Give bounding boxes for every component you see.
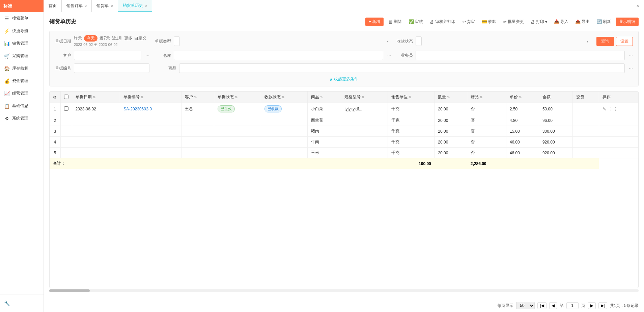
date-1month[interactable]: 近1月	[112, 35, 122, 41]
gift-col-header[interactable]: 赠品⇅	[467, 92, 506, 103]
more-icon[interactable]: ⋮⋮	[609, 106, 618, 112]
docstatus-col-header[interactable]: 单据状态⇅	[214, 92, 261, 103]
collapse-text: 收起更多条件	[334, 76, 358, 82]
prev-page-btn[interactable]: ◀	[549, 302, 557, 309]
goods-input[interactable]	[179, 63, 625, 73]
sales-icon: 📊	[4, 41, 9, 46]
doctype-select[interactable]	[174, 36, 180, 46]
sidebar-bottom-item1[interactable]: 🔧	[0, 297, 44, 309]
docno-col-header[interactable]: 单据编号⇅	[120, 92, 181, 103]
price-col-header[interactable]: 单价⇅	[506, 92, 539, 103]
gear-col-header[interactable]: ⚙	[50, 92, 60, 103]
export-button[interactable]: 📤 导出	[573, 18, 592, 26]
collapse-row[interactable]: ∧ 收起更多条件	[55, 76, 633, 82]
summary-label: 合计：	[50, 158, 72, 169]
page-size-select[interactable]: 50 100	[516, 302, 535, 309]
unit-col-header[interactable]: 销售单位⇅	[388, 92, 435, 103]
sidebar-item-purchase-mgmt[interactable]: 🛒 采购管理	[0, 50, 44, 62]
sidebar: 标准 ☰ 搜索菜单 ⚡ 快捷导航 📊 销售管理 🛒 采购管理 🏠 库存核算 💰 …	[0, 0, 44, 312]
warehouse-dots-btn[interactable]: ···	[387, 53, 391, 58]
refresh-button[interactable]: 🔄 刷新	[594, 18, 613, 26]
sidebar-item-basic-info[interactable]: 📋 基础信息	[0, 100, 44, 112]
qty-col-header[interactable]: 数量⇅	[435, 92, 467, 103]
batch-change-button[interactable]: ✏ 批量变更	[501, 18, 526, 26]
tab-close-all-btn[interactable]: ×	[632, 3, 644, 9]
customer-input[interactable]	[74, 51, 141, 60]
abandon-button[interactable]: ↩ 弃审	[460, 18, 477, 26]
print-button[interactable]: 🖨 打印 ▾	[529, 18, 549, 26]
row-check[interactable]	[60, 115, 72, 126]
row-check[interactable]	[60, 148, 72, 158]
tab-sales-goods[interactable]: 销货单 ×	[92, 0, 118, 12]
date-7days[interactable]: 近7天	[100, 35, 110, 41]
edit-icon[interactable]: ✎	[603, 106, 607, 112]
customer-col-header[interactable]: 客户⇅	[181, 92, 214, 103]
salesperson-dots-btn[interactable]: ···	[629, 53, 633, 58]
purchase-icon: 🛒	[4, 53, 9, 59]
last-page-btn[interactable]: ▶|	[598, 302, 607, 309]
collect-status-select[interactable]	[416, 36, 422, 46]
horizontal-scrollbar[interactable]	[49, 289, 639, 292]
warehouse-input[interactable]	[174, 51, 383, 60]
row-qty: 20.00	[435, 137, 467, 148]
docno-link[interactable]: SA-20230602-0	[123, 107, 152, 111]
row-amount: 920.00	[539, 148, 572, 158]
customer-label: 客户	[55, 53, 71, 58]
tab-sales-order[interactable]: 销售订单 ×	[62, 0, 92, 12]
row-docno[interactable]	[120, 148, 181, 158]
row-docno[interactable]	[120, 115, 181, 126]
approve-button[interactable]: ✅ 审核	[407, 18, 425, 26]
first-page-btn[interactable]: |◀	[537, 302, 546, 309]
sidebar-item-inventory-calc[interactable]: 🏠 库存核算	[0, 62, 44, 75]
approve-print-button[interactable]: 🖨 审核并打印	[428, 18, 457, 26]
query-button[interactable]: 查询	[596, 37, 614, 46]
filter-goods-item: 商品 ···	[160, 63, 633, 73]
main-area: 首页 销售订单 × 销货单 × 销货单历史 × × 销货单历史 + 新增 🗑	[44, 0, 644, 312]
close-sales-history-icon[interactable]: ×	[145, 4, 147, 8]
row-action	[599, 148, 638, 158]
date-shortcuts: 昨天 今天 近7天 近1月 更多 自定义	[74, 35, 146, 42]
add-button[interactable]: + 新增	[365, 18, 384, 26]
goods-col-header[interactable]: 商品⇅	[308, 92, 341, 103]
date-yesterday[interactable]: 昨天	[74, 35, 82, 41]
row-trade	[572, 115, 599, 126]
row-check[interactable]	[60, 103, 72, 115]
date-today[interactable]: 今天	[84, 35, 97, 42]
scroll-thumb[interactable]	[49, 289, 90, 292]
tab-sales-history[interactable]: 销货单历史 ×	[118, 0, 152, 12]
sidebar-item-operations-mgmt[interactable]: 📈 经营管理	[0, 87, 44, 100]
sidebar-item-system-mgmt[interactable]: ⚙ 系统管理	[0, 112, 44, 125]
goods-dots-btn[interactable]: ···	[629, 66, 633, 71]
row-check[interactable]	[60, 137, 72, 148]
display-detail-button[interactable]: 显示明细	[616, 18, 639, 26]
row-check[interactable]	[60, 126, 72, 137]
check-col-header[interactable]	[60, 92, 72, 103]
sidebar-item-quick-nav[interactable]: ⚡ 快捷导航	[0, 25, 44, 37]
delete-button[interactable]: 🗑 删除	[386, 18, 404, 26]
tab-home[interactable]: 首页	[44, 0, 62, 12]
import-button[interactable]: 📥 导入	[552, 18, 570, 26]
close-sales-order-icon[interactable]: ×	[85, 4, 87, 8]
row-docno[interactable]	[120, 137, 181, 148]
next-page-btn[interactable]: ▶	[588, 302, 596, 309]
sidebar-item-finance-mgmt[interactable]: 💰 资金管理	[0, 75, 44, 87]
date-more[interactable]: 更多	[124, 35, 132, 41]
collect-button[interactable]: 💳 收款	[480, 18, 498, 26]
row-spec	[341, 126, 388, 137]
sidebar-item-sales-mgmt[interactable]: 📊 销售管理	[0, 37, 44, 50]
settings-button[interactable]: 设置	[616, 37, 633, 46]
customer-dots-btn[interactable]: ···	[145, 53, 149, 58]
row-docno[interactable]: SA-20230602-0	[120, 103, 181, 115]
collectstatus-col-header[interactable]: 收款状态⇅	[261, 92, 308, 103]
select-all-checkbox[interactable]	[64, 95, 68, 99]
docno-input[interactable]	[74, 63, 149, 73]
row-checkbox[interactable]	[64, 106, 68, 111]
date-col-header[interactable]: 单据日期⇅	[72, 92, 120, 103]
page-number-input[interactable]	[566, 302, 579, 309]
row-docno[interactable]	[120, 126, 181, 137]
close-sales-goods-icon[interactable]: ×	[111, 4, 113, 8]
sidebar-item-search-menu[interactable]: ☰ 搜索菜单	[0, 12, 44, 25]
salesperson-input[interactable]	[416, 51, 625, 60]
spec-col-header[interactable]: 规格型号⇅	[341, 92, 388, 103]
date-custom[interactable]: 自定义	[134, 35, 146, 41]
